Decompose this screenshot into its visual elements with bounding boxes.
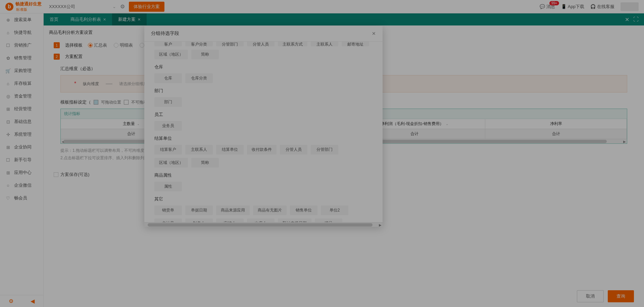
modal-overlay[interactable] xyxy=(0,0,644,307)
